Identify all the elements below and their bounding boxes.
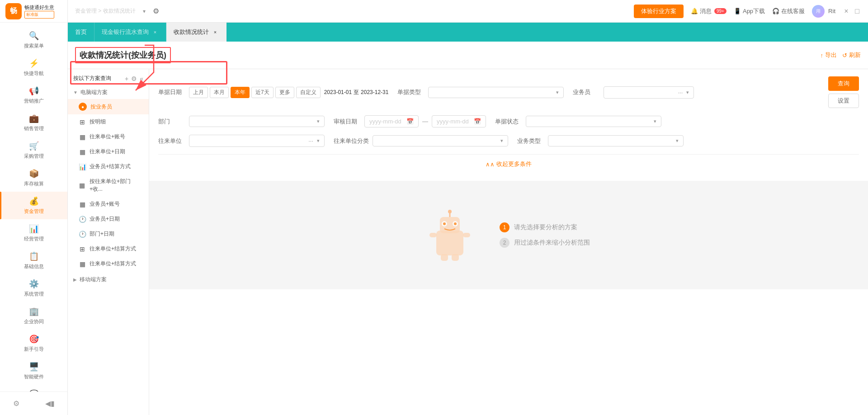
tab-bank-flow[interactable]: 现金银行流水查询 × (94, 23, 166, 42)
menu-item-unit-dept-receive[interactable]: ▦ 按往来单位+部门+收... (68, 174, 149, 197)
export-label: 导出 (825, 51, 837, 59)
sidebar-item-warehouse[interactable]: 📦 库存核算 (0, 164, 67, 192)
voucher-type-select[interactable]: ▾ (428, 87, 564, 98)
collapse-row: ∧∧ 收起更多条件 (158, 154, 859, 174)
scheme-settings-btn[interactable]: ⚙ (131, 75, 137, 82)
add-scheme-btn[interactable]: + (125, 75, 128, 82)
header-left: 资金管理 > 收款情况统计 ▾ ⚙ (75, 7, 159, 15)
menu-item-salesperson-date[interactable]: 🕐 业务员+日期 (68, 212, 149, 226)
sidebar-item-sales[interactable]: 💼 销售管理 (0, 109, 67, 137)
query-button[interactable]: 查询 (828, 76, 859, 91)
sidebar-item-operation[interactable]: 📊 经营管理 (0, 219, 67, 247)
sales-icon: 💼 (29, 113, 39, 123)
notification-btn[interactable]: 🔔 消息 99+ (691, 7, 726, 15)
counterparty-select[interactable]: ··· ▾ (189, 135, 325, 147)
sidebar-item-marketing[interactable]: 📢 营销推广 (0, 81, 67, 109)
operation-icon: 📊 (29, 224, 39, 234)
audit-date-dash: — (422, 118, 428, 125)
active-indicator (0, 192, 1, 219)
notification-count: 99+ (714, 8, 726, 14)
section-mobile[interactable]: ▶ 移动端方案 (68, 273, 149, 286)
close-window-btn[interactable]: × (843, 8, 850, 15)
svg-rect-9 (463, 233, 470, 237)
salesperson-select[interactable]: ··· ▾ (604, 86, 694, 99)
salesperson-label: 业务员 (573, 88, 600, 96)
online-service-btn[interactable]: 🎧 在线客服 (772, 7, 805, 15)
sidebar-settings-btn[interactable]: ⚙ (9, 397, 23, 410)
content-body: 按以下方案查询 + ⚙ « ▼ 电脑端方案 ● (68, 69, 868, 415)
menu-item-by-detail[interactable]: ⊞ 按明细 (68, 114, 149, 129)
menu-item-by-salesperson[interactable]: ● 按业务员 (68, 99, 149, 114)
salesperson-filter-item: 业务员 ··· ▾ (573, 86, 694, 99)
page-settings-icon[interactable]: ⚙ (153, 7, 159, 15)
counterparty-filter-item: 往来单位 ··· ▾ (158, 135, 325, 147)
sidebar-item-label: 企业协同 (24, 318, 44, 325)
sidebar-collapse-btn[interactable]: ◀▮ (42, 397, 58, 410)
filter-settings-button[interactable]: 设置 (828, 94, 859, 108)
sidebar-item-finance[interactable]: 💰 资金管理 (0, 192, 67, 219)
salesperson-chevron: ▾ (686, 90, 689, 95)
svg-point-3 (448, 210, 452, 213)
menu-item-unit-settle1[interactable]: ⊞ 往来单位+结算方式 (68, 241, 149, 256)
date-btn-this-year[interactable]: 本年 (231, 87, 250, 98)
counterparty-category-select[interactable]: ▾ (373, 135, 508, 146)
section-desktop[interactable]: ▼ 电脑端方案 (68, 86, 149, 99)
date-range-display: 2023-01-01 至 2023-12-31 (324, 89, 389, 96)
date-btn-last-month[interactable]: 上月 (189, 87, 208, 98)
system-icon: ⚙️ (29, 279, 39, 289)
menu-item-salesperson-account[interactable]: ▦ 业务员+账号 (68, 197, 149, 212)
date-btn-this-month[interactable]: 本月 (210, 87, 229, 98)
date-btn-more[interactable]: 更多 (275, 87, 294, 98)
window-controls: × □ (843, 8, 861, 15)
menu-item-salesperson-settle[interactable]: 📊 业务员+结算方式 (68, 159, 149, 174)
dept-select[interactable]: ▾ (189, 116, 325, 127)
sidebar-item-enterprise[interactable]: 🏢 企业协同 (0, 302, 67, 330)
tab-receipt-stats[interactable]: 收款情况统计 × (166, 23, 226, 42)
menu-item-unit-date[interactable]: ▦ 往来单位+日期 (68, 144, 149, 159)
voucher-status-chevron: ▾ (654, 118, 656, 124)
sidebar: 畅 畅捷通好生意 标准版 🔍 搜索菜单 ⚡ 快捷导航 📢 营销推广 💼 销售管理 (0, 0, 68, 415)
demo-button[interactable]: 体验行业方案 (634, 5, 684, 18)
page-content: 收款情况统计(按业务员) ↑ 导出 ↺ 刷新 按以下 (68, 42, 868, 415)
date-btn-custom[interactable]: 自定义 (296, 87, 321, 98)
counterparty-chevron: ▾ (317, 138, 320, 144)
sidebar-item-wechat[interactable]: 💬 企业微信 (0, 385, 67, 391)
sidebar-item-label: 基础信息 (24, 263, 44, 270)
tab-home[interactable]: 首页 (68, 23, 94, 42)
voucher-status-select[interactable]: ▾ (526, 116, 661, 127)
calendar-icon: 📅 (406, 118, 414, 125)
menu-item-unit-settle2[interactable]: ▦ 往来单位+结算方式 (68, 256, 149, 271)
filter-panel: 单据日期 上月 本月 本年 近7天 更多 自定义 (149, 69, 868, 415)
tab-bank-flow-label: 现金银行流水查询 (102, 28, 149, 36)
collapse-more-btn[interactable]: ∧∧ 收起更多条件 (486, 160, 532, 168)
maximize-window-btn[interactable]: □ (854, 8, 861, 15)
panel-collapse-btn[interactable]: « (140, 75, 143, 82)
sidebar-item-hardware[interactable]: 🖥️ 智能硬件 (0, 357, 67, 385)
sidebar-item-purchase[interactable]: 🛒 采购管理 (0, 137, 67, 164)
sidebar-item-guide[interactable]: 🎯 新手引导 (0, 330, 67, 357)
menu-item-label: 部门+日期 (90, 230, 114, 238)
sidebar-item-quick-nav[interactable]: ⚡ 快捷导航 (0, 54, 67, 81)
menu-item-label: 业务员+账号 (90, 200, 120, 208)
business-type-select[interactable]: ▾ (548, 135, 684, 146)
svg-rect-0 (436, 231, 463, 255)
refresh-button[interactable]: ↺ 刷新 (842, 51, 861, 59)
sidebar-item-search[interactable]: 🔍 搜索菜单 (0, 26, 67, 54)
menu-item-unit-account1[interactable]: ▦ 往来单位+账号 (68, 129, 149, 144)
sidebar-item-system[interactable]: ⚙️ 系统管理 (0, 274, 67, 302)
user-area[interactable]: 用 Rit (812, 5, 835, 18)
audit-end-input[interactable]: yyyy-mm-dd 📅 (432, 115, 486, 127)
audit-start-input[interactable]: yyyy-mm-dd 📅 (364, 115, 419, 127)
counterparty-category-label: 往来单位分类 (334, 137, 369, 145)
breadcrumb-chevron[interactable]: ▾ (143, 8, 146, 14)
export-button[interactable]: ↑ 导出 (821, 51, 837, 59)
query-actions: 查询 设置 (828, 76, 859, 108)
sidebar-item-basic-info[interactable]: 📋 基础信息 (0, 247, 67, 274)
date-btn-7days[interactable]: 近7天 (251, 87, 274, 98)
tab-bank-flow-close[interactable]: × (151, 28, 159, 36)
sidebar-item-label: 系统管理 (24, 291, 44, 297)
app-download-btn[interactable]: 📱 App下载 (734, 7, 765, 15)
menu-item-dept-date[interactable]: 🕐 部门+日期 (68, 226, 149, 241)
tab-receipt-stats-close[interactable]: × (212, 28, 219, 36)
svg-rect-11 (452, 254, 459, 261)
